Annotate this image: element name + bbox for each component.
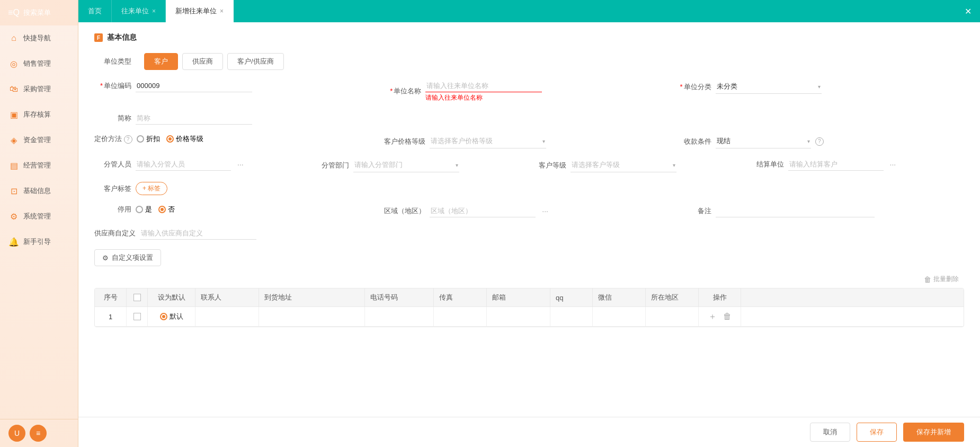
tab-new-partner-close[interactable]: × <box>220 7 224 15</box>
th-region: 所在地区 <box>646 288 699 306</box>
form-footer: 取消 保存 保存并新增 <box>78 417 980 447</box>
manager-input[interactable] <box>136 158 231 171</box>
sidebar-item-search-menu[interactable]: ≡Q 搜索菜单 <box>0 0 78 25</box>
payment-select[interactable]: 现结 ▾ <box>716 134 811 148</box>
fax-input[interactable] <box>439 313 481 321</box>
sidebar-item-operations[interactable]: ▤ 经营管理 <box>0 153 78 178</box>
sidebar-item-purchase[interactable]: 🛍 采购管理 <box>0 76 78 102</box>
pricing-label: 定价方法 <box>94 135 122 143</box>
save-button[interactable]: 保存 <box>857 423 897 442</box>
sidebar-item-basic-info[interactable]: ⊡ 基础信息 <box>0 178 78 204</box>
cancel-button[interactable]: 取消 <box>810 423 850 442</box>
settlement-input[interactable] <box>788 158 884 171</box>
td-fax <box>434 307 487 326</box>
disable-yes-radio[interactable]: 是 <box>136 205 152 214</box>
settlement-more-icon[interactable]: ··· <box>888 160 898 169</box>
pricing-discount-radio[interactable]: 折扣 <box>137 134 160 144</box>
sidebar-item-system[interactable]: ⚙ 系统管理 <box>0 204 78 229</box>
td-wechat <box>593 307 646 326</box>
td-ops: ＋ 🗑 <box>699 307 741 326</box>
tab-partners[interactable]: 往来单位 × <box>112 0 166 22</box>
sidebar-item-sales[interactable]: ◎ 销售管理 <box>0 51 78 76</box>
sales-icon: ◎ <box>8 58 19 69</box>
th-email: 邮箱 <box>487 288 550 306</box>
remark-input[interactable] <box>716 205 875 217</box>
th-default: 设为默认 <box>148 288 195 306</box>
tab-new-partner[interactable]: 新增往来单位 × <box>166 0 234 22</box>
form-row-supplier-custom: 供应商自定义 <box>94 227 964 240</box>
row-region-input[interactable] <box>651 313 693 321</box>
sidebar-item-quick-nav[interactable]: ⌂ 快捷导航 <box>0 25 78 51</box>
basic-info-icon: ⊡ <box>8 186 19 196</box>
radio-circle-yes <box>136 206 143 213</box>
guide-icon: 🔔 <box>8 236 19 247</box>
tab-partners-label: 往来单位 <box>121 6 149 16</box>
home-icon: ⌂ <box>8 33 19 43</box>
sidebar-item-label: 采购管理 <box>23 84 51 94</box>
tab-partners-close[interactable]: × <box>152 7 156 15</box>
address-input[interactable] <box>264 313 359 321</box>
save-new-button[interactable]: 保存并新增 <box>903 423 964 442</box>
system-icon: ⚙ <box>8 211 19 222</box>
sidebar-item-label: 快捷导航 <box>23 33 51 43</box>
unit-category-label: 单位分类 <box>684 83 711 91</box>
add-tag-button[interactable]: + 标签 <box>136 182 167 195</box>
qq-input[interactable] <box>556 313 587 321</box>
sidebar-item-finance[interactable]: ◈ 资金管理 <box>0 127 78 153</box>
supplier-custom-input[interactable] <box>140 227 256 240</box>
user-avatar[interactable]: U <box>8 425 25 442</box>
wechat-input[interactable] <box>598 313 640 321</box>
customer-level-select[interactable]: 请选择客户等级 ▾ <box>571 158 676 172</box>
customer-level-label: 客户等级 <box>529 161 566 170</box>
unit-name-input[interactable] <box>425 80 542 92</box>
sidebar-item-inventory[interactable]: ▣ 库存核算 <box>0 102 78 127</box>
tab-home-label: 首页 <box>88 6 102 16</box>
custom-settings-button[interactable]: ⚙ 自定义项设置 <box>94 249 161 266</box>
region-more-icon[interactable]: ··· <box>540 207 550 215</box>
email-input[interactable] <box>492 313 545 321</box>
sidebar-item-guide[interactable]: 🔔 新手引导 <box>0 229 78 255</box>
default-radio[interactable]: 默认 <box>160 312 183 321</box>
abbr-group: 简称 <box>94 112 964 125</box>
department-select[interactable]: 请输入分管部门 ▾ <box>353 158 459 172</box>
sidebar-extra-icon[interactable]: ≡ <box>30 425 47 442</box>
payment-help-icon[interactable]: ? <box>815 137 824 146</box>
pricing-radio-group: 折扣 价格等级 <box>137 134 203 144</box>
unit-code-input[interactable] <box>136 80 252 92</box>
delete-row-icon[interactable]: 🗑 <box>722 311 733 322</box>
unit-type-both[interactable]: 客户/供应商 <box>227 53 284 70</box>
phone-input[interactable] <box>370 313 428 321</box>
disable-no-radio[interactable]: 否 <box>158 205 175 214</box>
finance-icon: ◈ <box>8 135 19 145</box>
add-row-icon[interactable]: ＋ <box>707 311 718 322</box>
sidebar-item-label: 资金管理 <box>23 135 51 145</box>
sidebar-item-label: 销售管理 <box>23 59 51 68</box>
sidebar: ≡Q 搜索菜单 ⌂ 快捷导航 ◎ 销售管理 🛍 采购管理 ▣ 库存核算 ◈ 资金… <box>0 0 78 447</box>
unit-type-group: 单位类型 客户 供应商 客户/供应商 <box>94 53 964 70</box>
radio-circle-price-level <box>166 135 174 143</box>
td-default: 默认 <box>148 307 195 326</box>
td-email <box>487 307 550 326</box>
td-phone <box>365 307 434 326</box>
abbr-input[interactable] <box>136 112 252 125</box>
custom-settings-label: 自定义项设置 <box>112 253 153 262</box>
unit-category-select[interactable]: 未分类 ▾ <box>716 80 822 94</box>
unit-type-supplier[interactable]: 供应商 <box>182 53 223 70</box>
td-address <box>259 307 365 326</box>
manager-more-icon[interactable]: ··· <box>235 160 246 169</box>
batch-delete-label[interactable]: 批量删除 <box>933 275 959 284</box>
th-check <box>127 288 148 306</box>
header-checkbox[interactable] <box>133 294 141 301</box>
pricing-price-level-radio[interactable]: 价格等级 <box>166 134 203 144</box>
customer-price-select[interactable]: 请选择客户价格等级 ▾ <box>430 134 546 148</box>
pricing-help-icon[interactable]: ? <box>124 135 132 144</box>
region-input[interactable] <box>430 205 536 217</box>
window-close-button[interactable]: ✕ <box>956 0 980 22</box>
contact-input[interactable] <box>201 313 253 321</box>
tab-home[interactable]: 首页 <box>78 0 112 22</box>
row-checkbox[interactable] <box>133 313 141 320</box>
chevron-down-icon3: ▾ <box>807 138 810 144</box>
section-title-icon: F <box>94 33 103 42</box>
trash-icon: 🗑 <box>924 275 931 284</box>
unit-type-customer[interactable]: 客户 <box>144 53 178 70</box>
